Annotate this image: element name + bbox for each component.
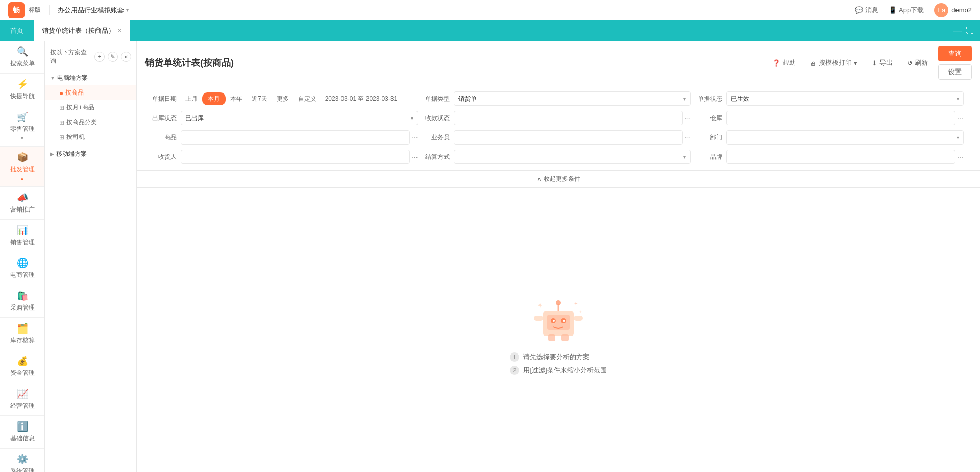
- sidebar-label-operation: 经营管理: [10, 402, 35, 410]
- filter-row-4: 收货人 ··· 结算方式 ▾: [145, 150, 972, 164]
- sidebar-item-purchase[interactable]: 🛍️ 采购管理: [0, 285, 44, 318]
- sidebar-item-basic[interactable]: ℹ️ 基础信息: [0, 416, 44, 449]
- staff-select[interactable]: [454, 130, 683, 145]
- logo-icon: 畅: [8, 2, 24, 18]
- purchase-icon: 🛍️: [17, 290, 28, 301]
- receiver-dots[interactable]: ···: [412, 153, 418, 161]
- date-btn-this-month[interactable]: 本月: [202, 92, 226, 105]
- scheme-item-label-3: 按司机: [66, 133, 85, 141]
- page-title: 销货单统计表(按商品): [145, 57, 234, 69]
- goods-select[interactable]: [181, 130, 410, 145]
- out-arrow: ▾: [411, 115, 413, 121]
- brand-content: ···: [726, 150, 964, 164]
- date-btn-prev-month[interactable]: 上月: [181, 92, 202, 105]
- staff-dots[interactable]: ···: [685, 133, 691, 141]
- sidebar-item-marketing[interactable]: 📣 营销推广: [0, 187, 44, 220]
- app-selector[interactable]: 办公用品行业模拟账套 ▾: [58, 6, 129, 15]
- sidebar-item-inventory[interactable]: 🗂️ 库存核算: [0, 318, 44, 350]
- message-btn[interactable]: 💬 消息: [855, 6, 878, 15]
- scheme-item-active-icon: ●: [59, 89, 63, 97]
- top-bar: 畅 标版 办公用品行业模拟账套 ▾ 💬 消息 📱 App下载 Ea demo2: [0, 0, 980, 20]
- settings-btn[interactable]: 设置: [938, 64, 972, 80]
- print-dropdown-arrow[interactable]: ▾: [854, 59, 857, 67]
- filter-cell-out: 出库状态 已出库 ▾: [145, 111, 418, 125]
- warehouse-dots[interactable]: ···: [958, 114, 964, 122]
- print-btn[interactable]: 🖨 按模板打印 ▾: [806, 56, 862, 69]
- svg-point-5: [563, 320, 565, 322]
- app-download-btn[interactable]: 📱 App下载: [889, 6, 924, 15]
- dept-select[interactable]: ▾: [726, 130, 964, 145]
- svg-text:✦: ✦: [537, 301, 543, 310]
- date-btn-custom[interactable]: 自定义: [293, 92, 321, 105]
- tip-2-num: 2: [510, 366, 519, 375]
- pay-label: 收款状态: [418, 114, 454, 123]
- pay-method-select[interactable]: ▾: [454, 150, 691, 164]
- out-select[interactable]: 已出库 ▾: [181, 111, 418, 125]
- query-btn[interactable]: 查询: [938, 46, 972, 61]
- svg-point-4: [553, 320, 555, 322]
- receiver-select[interactable]: [181, 150, 410, 164]
- filter-row-2: 出库状态 已出库 ▾ 收款状态: [145, 111, 972, 125]
- search-menu-icon: 🔍: [17, 46, 28, 57]
- scheme-edit-btn[interactable]: ✎: [108, 52, 118, 62]
- sidebar-label-purchase: 采购管理: [10, 303, 35, 312]
- filter-row-1: 单据日期 上月 本月 本年 近7天 更多 自定义 2023-03-01 至 20…: [145, 91, 972, 106]
- date-filter: 上月 本月 本年 近7天 更多 自定义 2023-03-01 至 2023-03…: [181, 92, 397, 105]
- wholesale-icon: 📦: [17, 152, 28, 163]
- refresh-btn[interactable]: ↺ 刷新: [903, 56, 932, 69]
- brand-label: 品牌: [691, 153, 726, 161]
- status-arrow: ▾: [957, 96, 959, 102]
- date-btn-more[interactable]: 更多: [272, 92, 293, 105]
- scheme-group-desktop-header[interactable]: ▼ 电脑端方案: [45, 70, 136, 85]
- sidebar-item-operation[interactable]: 📈 经营管理: [0, 383, 44, 416]
- tab-close-btn[interactable]: ×: [118, 27, 121, 34]
- sidebar-item-finance[interactable]: 💰 资金管理: [0, 350, 44, 383]
- sidebar-item-ecommerce[interactable]: 🌐 电商管理: [0, 252, 44, 285]
- scheme-add-btn[interactable]: +: [94, 52, 105, 62]
- date-range: 2023-03-01 至 2023-03-31: [325, 95, 397, 103]
- tab-collapse-btn[interactable]: —: [953, 26, 962, 35]
- scheme-collapse-btn[interactable]: «: [121, 52, 131, 62]
- scheme-item-by-month-goods[interactable]: ⊞ 按月+商品: [45, 100, 136, 115]
- quick-nav-icon: ⚡: [17, 79, 28, 90]
- collapse-bar[interactable]: ∧ 收起更多条件: [137, 171, 980, 188]
- type-select[interactable]: 销货单 ▾: [454, 91, 691, 106]
- tab-active[interactable]: 销货单统计表（按商品） ×: [34, 20, 130, 41]
- scheme-item-by-goods[interactable]: ● 按商品: [45, 85, 136, 100]
- scheme-item-by-driver[interactable]: ⊞ 按司机: [45, 130, 136, 145]
- sidebar-item-sales[interactable]: 📊 销售管理: [0, 220, 44, 252]
- scheme-group-mobile-header[interactable]: ▶ 移动端方案: [45, 147, 136, 161]
- marketing-icon: 📣: [17, 192, 28, 203]
- date-btn-this-year[interactable]: 本年: [226, 92, 247, 105]
- status-value: 已生效: [731, 95, 957, 103]
- user-area[interactable]: Ea demo2: [934, 3, 972, 17]
- warehouse-select[interactable]: [726, 111, 955, 125]
- help-btn[interactable]: ❓ 帮助: [768, 56, 800, 69]
- sidebar-item-search-menu[interactable]: 🔍 搜索菜单: [0, 41, 44, 74]
- scheme-item-icon-3: ⊞: [59, 134, 64, 141]
- export-btn[interactable]: ⬇ 导出: [868, 56, 897, 69]
- sidebar-item-wholesale[interactable]: 📦 批发管理 ▲: [0, 147, 44, 187]
- brand-name: 标版: [29, 6, 41, 14]
- tab-expand-btn[interactable]: ⛶: [966, 26, 974, 35]
- goods-dots[interactable]: ···: [412, 133, 418, 141]
- status-select[interactable]: 已生效 ▾: [726, 91, 964, 106]
- scheme-item-by-category[interactable]: ⊞ 按商品分类: [45, 115, 136, 130]
- sidebar-item-system[interactable]: ⚙️ 系统管理: [0, 449, 44, 472]
- brand-dots[interactable]: ···: [958, 153, 964, 161]
- goods-content: ···: [181, 130, 418, 145]
- dept-label: 部门: [691, 133, 726, 142]
- pay-select[interactable]: [454, 111, 683, 125]
- date-btn-7days[interactable]: 近7天: [247, 92, 272, 105]
- scheme-group-label: 电脑端方案: [57, 74, 88, 82]
- brand-select[interactable]: [726, 150, 955, 164]
- pay-dots[interactable]: ···: [685, 114, 691, 122]
- main-panel: 销货单统计表(按商品) ❓ 帮助 🖨 按模板打印 ▾ ⬇: [137, 41, 980, 472]
- sidebar: 🔍 搜索菜单 ⚡ 快捷导航 🛒 零售管理 ▼ 📦 批发管理 ▲ 📣 营销推广 📊…: [0, 41, 45, 472]
- sidebar-label-wholesale: 批发管理: [10, 165, 35, 174]
- sidebar-item-retail[interactable]: 🛒 零售管理 ▼: [0, 106, 44, 147]
- tab-home[interactable]: 首页: [0, 20, 34, 41]
- sidebar-item-quick-nav[interactable]: ⚡ 快捷导航: [0, 74, 44, 106]
- svg-rect-1: [547, 315, 570, 330]
- filter-cell-dept: 部门 ▾: [691, 130, 964, 145]
